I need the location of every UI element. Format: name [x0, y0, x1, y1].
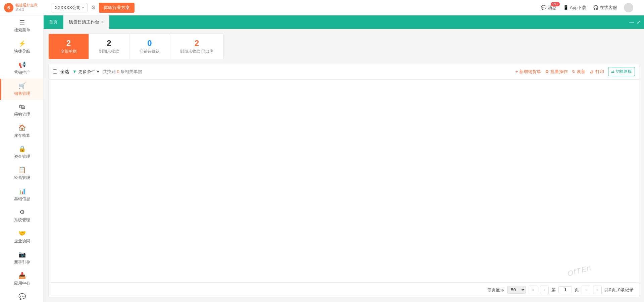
top-header: 6 畅捷通好生意 标准版 XXXXXX公司 ▾ ⚙ 体验行业方案 💬 消息 99…: [0, 0, 644, 15]
sidebar-label-search-menu: 搜索菜单: [14, 27, 30, 33]
tab-home[interactable]: 首页: [44, 15, 63, 29]
inventory-icon: 🏠: [18, 124, 26, 131]
sidebar-item-newbie[interactable]: 📷 新手引导: [0, 247, 43, 268]
system-icon: ⚙: [19, 208, 25, 216]
toolbar-right: + 新增销货单 ⚙ 批量操作 ↻ 刷新 🖨 打印 ⇄: [516, 67, 635, 76]
quick-nav-icon: ⚡: [18, 40, 26, 47]
experience-button[interactable]: 体验行业方案: [99, 3, 135, 13]
batch-icon: ⚙: [545, 69, 549, 74]
sidebar-item-purchase[interactable]: 🛍 采购管理: [0, 100, 43, 121]
stat-label-all: 全部单据: [59, 49, 78, 54]
download-icon: 📱: [563, 5, 569, 10]
page-first-btn[interactable]: «: [529, 286, 537, 294]
sidebar-label-marketing: 营销推广: [14, 70, 30, 75]
message-icon: 💬: [541, 5, 546, 10]
app-download-btn[interactable]: 📱 App下载: [563, 5, 586, 11]
sidebar-item-basic-info[interactable]: 📊 基础信息: [0, 184, 43, 205]
tab-workbench-label: 钱货日清工作台: [69, 19, 99, 25]
stat-card-not-shipped[interactable]: 2 到期未收款 已出库: [170, 34, 223, 59]
select-all-label: 全选: [60, 69, 69, 75]
tab-home-label: 首页: [49, 19, 58, 25]
sidebar-label-app-center: 应用中心: [14, 281, 30, 286]
logo-area: 6 畅捷通好生意 标准版: [4, 3, 48, 12]
print-label: 打印: [595, 69, 604, 75]
tab-actions: — ⤢: [629, 19, 644, 25]
message-btn[interactable]: 💬 消息 99+: [541, 5, 556, 11]
header-right: 💬 消息 99+ 📱 App下载 🎧 在线客服: [541, 3, 640, 12]
sidebar-label-basic-info: 基础信息: [14, 196, 30, 202]
sidebar-item-sales[interactable]: 🛒 销售管理: [0, 79, 43, 100]
sidebar-label-operation: 经营管理: [14, 175, 30, 181]
switch-version-btn[interactable]: ⇄ 切换新版: [608, 67, 635, 76]
message-badge: 99+: [551, 2, 560, 6]
batch-label: 批量操作: [550, 69, 568, 75]
sidebar-item-fund[interactable]: 🔒 资金管理: [0, 142, 43, 163]
filter-button[interactable]: ▼ 更多条件 ▾: [72, 69, 99, 75]
company-selector[interactable]: XXXXXX公司 ▾: [51, 3, 88, 12]
sidebar-item-marketing[interactable]: 📢 营销推广: [0, 58, 43, 79]
page-prev-btn[interactable]: ‹: [540, 286, 549, 294]
refresh-label: 刷新: [577, 69, 586, 75]
page-label: 第: [551, 287, 556, 293]
toolbar-left: 全选 ▼ 更多条件 ▾ 共找到 0 条相关单据: [53, 69, 512, 75]
sidebar-label-enterprise-collab: 企业协同: [14, 238, 30, 244]
tab-workbench[interactable]: 钱货日清工作台 ×: [63, 15, 109, 29]
filter-chevron-icon: ▾: [97, 69, 99, 74]
sidebar-label-quick-nav: 快捷导航: [14, 49, 30, 54]
filter-icon: ▼: [72, 69, 77, 74]
app-name: 畅捷通好生意: [15, 3, 38, 7]
found-prefix: 共找到: [103, 69, 116, 74]
pagination: 每页显示 50 10 20 100 « ‹ 第 页 › » 共0页, 0条记录: [48, 283, 639, 297]
sidebar-label-inventory: 库存核算: [14, 133, 30, 138]
sidebar-item-operation[interactable]: 📋 经营管理: [0, 163, 43, 184]
stats-row: 2 全部单据 2 到期未收款 0 旺铺待确认 2 到期未收款 已出库: [48, 34, 224, 59]
tab-maximize-icon[interactable]: ⤢: [637, 19, 641, 25]
refresh-btn[interactable]: ↻ 刷新: [572, 69, 586, 75]
page-next-btn[interactable]: ›: [582, 286, 590, 294]
select-all-checkbox[interactable]: [53, 69, 57, 74]
purchase-icon: 🛍: [19, 103, 25, 110]
content-area: 首页 钱货日清工作台 × — ⤢ 2 全部单据 2 到期未收款: [44, 15, 644, 302]
fund-icon: 🔒: [18, 145, 26, 153]
operation-icon: 📋: [18, 166, 26, 174]
marketing-icon: 📢: [18, 61, 26, 68]
company-name: XXXXXX公司: [55, 5, 81, 11]
new-sales-order-btn[interactable]: + 新增销货单: [516, 69, 541, 75]
stat-card-overdue[interactable]: 2 到期未收款: [89, 34, 129, 59]
stat-card-wangpu[interactable]: 0 旺铺待确认: [129, 34, 170, 59]
avatar[interactable]: [624, 3, 633, 12]
sidebar-label-sales: 销售管理: [14, 91, 30, 97]
page-last-btn[interactable]: »: [593, 286, 602, 294]
sidebar: ☰ 搜索菜单 ⚡ 快捷导航 📢 营销推广 🛒 销售管理 🛍 采购管理 🏠 库存核…: [0, 15, 44, 302]
sidebar-item-search-menu[interactable]: ☰ 搜索菜单: [0, 15, 43, 37]
online-service-btn[interactable]: 🎧 在线客服: [593, 5, 617, 11]
table-area: [48, 79, 639, 283]
switch-label: 切换新版: [616, 69, 632, 74]
total-text: 共0页, 0条记录: [604, 287, 634, 293]
sidebar-item-inventory[interactable]: 🏠 库存核算: [0, 121, 43, 142]
stat-label-not-shipped: 到期未收款 已出库: [180, 49, 213, 54]
main-layout: ☰ 搜索菜单 ⚡ 快捷导航 📢 营销推广 🛒 销售管理 🛍 采购管理 🏠 库存核…: [0, 15, 644, 302]
stat-card-all[interactable]: 2 全部单据: [49, 34, 89, 59]
sidebar-item-enterprise-wechat[interactable]: 💬 企业微信: [0, 290, 43, 302]
batch-operation-btn[interactable]: ⚙ 批量操作: [545, 69, 568, 75]
sidebar-item-system[interactable]: ⚙ 系统管理: [0, 205, 43, 226]
print-btn[interactable]: 🖨 打印: [590, 69, 604, 75]
settings-icon[interactable]: ⚙: [91, 4, 96, 11]
tab-close-icon[interactable]: ×: [101, 20, 104, 24]
found-suffix: 条相关单据: [120, 69, 142, 74]
per-page-select[interactable]: 50 10 20 100: [507, 286, 526, 294]
app-badge: 标准版: [15, 8, 38, 12]
filter-label: 更多条件: [78, 69, 96, 75]
tab-bar: 首页 钱货日清工作台 × — ⤢: [44, 15, 644, 29]
stat-number-not-shipped: 2: [180, 39, 213, 48]
switch-icon: ⇄: [611, 69, 614, 74]
sidebar-item-app-center[interactable]: 📥 应用中心: [0, 268, 43, 290]
tab-minimize-icon[interactable]: —: [629, 19, 634, 25]
sidebar-item-enterprise-collab[interactable]: 🤝 企业协同: [0, 226, 43, 247]
stat-number-wangpu: 0: [140, 39, 160, 48]
sales-icon: 🛒: [18, 82, 26, 89]
service-icon: 🎧: [593, 5, 598, 10]
page-number-input[interactable]: [558, 286, 572, 293]
sidebar-item-quick-nav[interactable]: ⚡ 快捷导航: [0, 37, 43, 58]
